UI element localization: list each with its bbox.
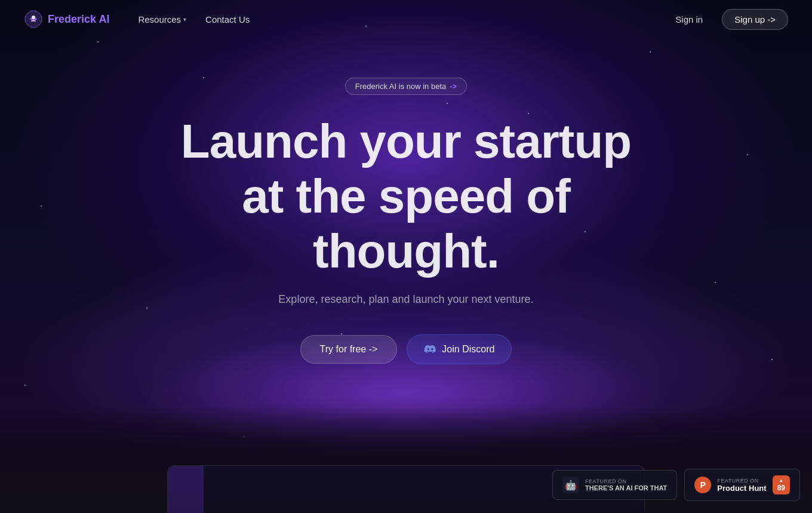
logo[interactable]: Frederick AI — [24, 10, 109, 29]
product-hunt-count: ▲ 89 — [773, 475, 790, 494]
svg-point-1 — [32, 16, 35, 19]
nav-left: Frederick AI Resources ▾ Contact Us — [24, 10, 250, 29]
hero-buttons: Try for free -> Join Discord — [300, 334, 512, 364]
ai-badge-text: FEATURED ON THERE'S AN AI FOR THAT — [585, 478, 667, 492]
join-discord-button[interactable]: Join Discord — [407, 334, 512, 364]
beta-badge-arrow: -> — [450, 82, 457, 91]
bottom-badges: 🤖 FEATURED ON THERE'S AN AI FOR THAT P F… — [552, 469, 800, 501]
beta-badge[interactable]: Frederick AI is now in beta -> — [345, 78, 467, 95]
ai-badge[interactable]: 🤖 FEATURED ON THERE'S AN AI FOR THAT — [552, 470, 677, 500]
hero-section: Frederick AI is now in beta -> Launch yo… — [0, 0, 812, 513]
product-hunt-badge[interactable]: P FEATURED ON Product Hunt ▲ 89 — [684, 469, 800, 501]
ai-badge-icon: 🤖 — [562, 477, 579, 493]
signin-button[interactable]: Sign in — [666, 10, 712, 29]
nav-right: Sign in Sign up -> — [666, 9, 788, 30]
hero-title: Launch your startup at the speed of thou… — [181, 114, 631, 279]
ph-badge-text: FEATURED ON Product Hunt — [717, 478, 766, 493]
logo-text: Frederick AI — [48, 13, 109, 26]
navbar: Frederick AI Resources ▾ Contact Us Sign… — [0, 0, 812, 38]
discord-icon — [424, 343, 436, 355]
chevron-down-icon: ▾ — [183, 16, 186, 23]
signup-button[interactable]: Sign up -> — [722, 9, 788, 30]
nav-links: Resources ▾ Contact Us — [138, 14, 250, 24]
contact-link[interactable]: Contact Us — [205, 14, 250, 24]
try-free-button[interactable]: Try for free -> — [300, 335, 398, 364]
logo-icon — [24, 10, 43, 29]
resources-link[interactable]: Resources ▾ — [138, 14, 186, 24]
product-hunt-icon: P — [694, 477, 711, 493]
hero-subtitle: Explore, research, plan and launch your … — [278, 293, 533, 306]
